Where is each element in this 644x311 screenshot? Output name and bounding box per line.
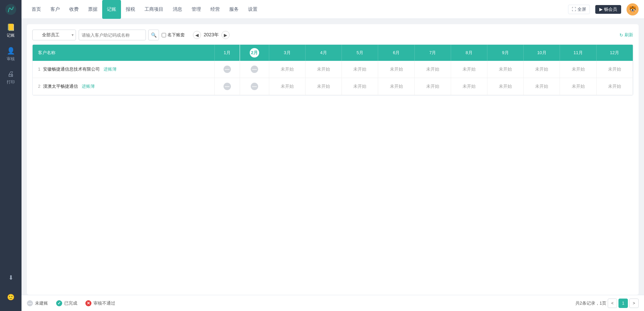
col-header-aug: 8月 (451, 45, 487, 61)
nav-jizhang[interactable]: 记账 (102, 0, 121, 19)
table-header-row: 客户名称 1月 2月 3月 4月 5月 6月 7月 8月 9月 10月 11月 (33, 45, 633, 61)
dash-icon: — (224, 83, 231, 90)
user-avatar[interactable]: 🐯 (627, 3, 639, 15)
sidebar-item-label-dayin: 打印 (7, 79, 15, 85)
status-dec-2: 未开始 (596, 78, 633, 95)
search-button[interactable]: 🔍 (148, 30, 159, 40)
fullscreen-icon: ⛶ (572, 7, 576, 12)
app-logo (0, 0, 22, 19)
shenhe-icon: 👤 (7, 47, 15, 55)
accounts-table-wrapper: 客户名称 1月 2月 3月 4月 5月 6月 7月 8月 9月 10月 11月 (32, 44, 633, 95)
prev-page-button[interactable]: < (608, 299, 617, 308)
status-jan-1: — (214, 61, 240, 78)
nav-gongshang[interactable]: 工商项目 (140, 0, 168, 19)
vip-button[interactable]: ▶ 畅会员 (595, 5, 621, 14)
status-dec-1: 未开始 (596, 61, 633, 78)
dash-icon: — (224, 66, 231, 73)
col-header-jun: 6月 (378, 45, 414, 61)
sidebar-support[interactable]: 🙂 (0, 289, 22, 306)
legend-dot-gray: — (27, 300, 33, 306)
refresh-label: 刷新 (625, 32, 633, 38)
status-feb-1: — (240, 61, 269, 78)
enter-account-link-2[interactable]: 进账簿 (82, 84, 95, 89)
check-symbol: ✓ (57, 301, 61, 306)
status-feb-2: — (240, 78, 269, 95)
staff-select-wrap[interactable]: 📋 全部员工 ▾ (32, 30, 76, 40)
sidebar-download[interactable]: ⬇ (0, 269, 22, 286)
status-may-1: 未开始 (342, 61, 378, 78)
enter-account-link-1[interactable]: 进账簿 (104, 67, 117, 72)
nav-message[interactable]: 消息 (168, 0, 187, 19)
status-oct-1: 未开始 (524, 61, 560, 78)
page-1-button[interactable]: 1 (618, 299, 628, 308)
my-accounts-checkbox[interactable] (162, 33, 166, 37)
not-started-label: 未开始 (499, 84, 512, 89)
sidebar-item-shenhe[interactable]: 👤 审核 (0, 42, 22, 66)
cross-symbol: ✕ (87, 301, 90, 306)
nav-bill[interactable]: 票据 (83, 0, 102, 19)
legend-label-completed: 已完成 (64, 300, 77, 306)
not-started-label: 未开始 (572, 84, 585, 89)
col-header-nov: 11月 (560, 45, 596, 61)
nav-business[interactable]: 经营 (206, 0, 225, 19)
not-started-label: 未开始 (281, 84, 294, 89)
pagination: 共2条记录，1页 < 1 > (575, 299, 639, 308)
fullscreen-button[interactable]: ⛶ 全屏 (568, 5, 590, 14)
status-jul-1: 未开始 (414, 61, 451, 78)
status-mar-1: 未开始 (269, 61, 305, 78)
status-jul-2: 未开始 (414, 78, 451, 95)
staff-select-value: 全部员工 (42, 32, 59, 38)
sidebar-bottom: ⬇ 🙂 (0, 269, 22, 311)
search-icon: 🔍 (151, 32, 157, 38)
not-started-label: 未开始 (462, 84, 476, 89)
not-started-label: 未开始 (281, 67, 294, 72)
status-nov-2: 未开始 (560, 78, 596, 95)
main-area: 首页 客户 收费 票据 记账 报税 工商项目 消息 管理 经营 服务 设置 ⛶ … (22, 0, 644, 311)
table-row: 1 安徽畅捷通信息技术有限公司 进账簿 — — 未开始 未开始 未开始 未开始 … (33, 61, 633, 78)
legend-label-not-created: 未建账 (35, 300, 48, 306)
col-header-feb: 2月 (240, 45, 269, 61)
main-card: 📋 全部员工 ▾ 🔍 名下账套 ◀ 2023年 ▶ (27, 24, 639, 295)
col-header-dec: 12月 (596, 45, 633, 61)
nav-settings[interactable]: 设置 (243, 0, 262, 19)
nav-baoshui[interactable]: 报税 (121, 0, 140, 19)
refresh-button[interactable]: ↻ 刷新 (619, 32, 633, 38)
legend-not-created: — 未建账 (27, 300, 48, 306)
status-jan-2: — (214, 78, 240, 95)
my-accounts-checkbox-wrap[interactable]: 名下账套 (162, 32, 185, 38)
nav-service[interactable]: 服务 (225, 0, 243, 19)
not-started-label: 未开始 (426, 84, 439, 89)
not-started-label: 未开始 (535, 84, 548, 89)
nav-manage[interactable]: 管理 (187, 0, 206, 19)
nav-customer[interactable]: 客户 (46, 0, 65, 19)
customer-name-2: 漠澳太平畅捷通信 (43, 84, 78, 89)
status-aug-1: 未开始 (451, 61, 487, 78)
sidebar-item-dayin[interactable]: 🖨 打印 (0, 66, 22, 89)
staff-select-display[interactable]: 全部员工 ▾ (32, 30, 76, 40)
download-icon: ⬇ (8, 274, 13, 281)
status-apr-2: 未开始 (306, 78, 342, 95)
search-input[interactable] (79, 30, 146, 40)
refresh-icon: ↻ (619, 33, 623, 38)
customer-name-cell: 2 漠澳太平畅捷通信 进账簿 (33, 78, 214, 95)
not-started-label: 未开始 (390, 67, 403, 72)
nav-home[interactable]: 首页 (27, 0, 46, 19)
next-page-button[interactable]: > (629, 299, 639, 308)
nav-right-section: ⛶ 全屏 ▶ 畅会员 🐯 (568, 3, 639, 15)
not-started-label: 未开始 (608, 67, 621, 72)
top-navigation: 首页 客户 收费 票据 记账 报税 工商项目 消息 管理 经营 服务 设置 ⛶ … (22, 0, 644, 19)
prev-year-button[interactable]: ◀ (193, 31, 201, 39)
not-started-label: 未开始 (572, 67, 585, 72)
status-aug-2: 未开始 (451, 78, 487, 95)
sidebar-item-jizhang[interactable]: 📒 记账 (0, 19, 22, 42)
not-started-label: 未开始 (317, 84, 330, 89)
status-mar-2: 未开始 (269, 78, 305, 95)
not-started-label: 未开始 (317, 67, 330, 72)
not-started-label: 未开始 (426, 67, 439, 72)
sidebar-item-label-jizhang: 记账 (7, 33, 15, 38)
next-year-button[interactable]: ▶ (222, 31, 230, 39)
nav-fee[interactable]: 收费 (65, 0, 83, 19)
content-area: 📋 全部员工 ▾ 🔍 名下账套 ◀ 2023年 ▶ (22, 19, 644, 295)
status-sep-2: 未开始 (487, 78, 524, 95)
col-header-customer: 客户名称 (33, 45, 214, 61)
